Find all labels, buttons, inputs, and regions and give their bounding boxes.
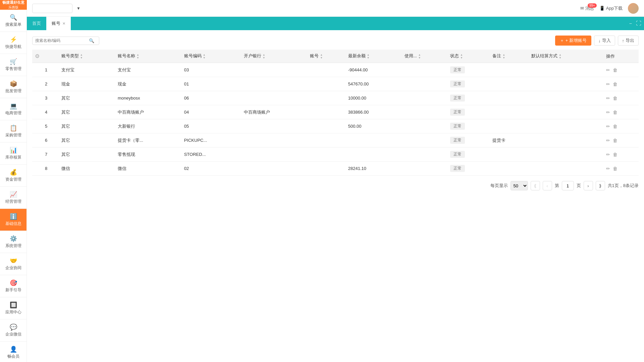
sidebar: 畅捷通好生意 乐惠版 🔍 搜索菜单 ⚡ 快捷导航 🛒 零售管理 📦 批发管理 💻… xyxy=(0,0,27,362)
sidebar-item-basic-info[interactable]: ℹ️ 基础信息 xyxy=(0,209,26,231)
delete-icon[interactable]: 🗑 xyxy=(613,138,618,143)
search-icon[interactable]: 🔍 xyxy=(89,38,94,43)
cell-bank xyxy=(241,162,308,176)
sidebar-item-search-menu[interactable]: 🔍 搜索菜单 xyxy=(0,10,26,32)
per-page-select[interactable]: 50 100 200 xyxy=(511,181,528,190)
tab-account[interactable]: 账号 ✕ xyxy=(46,17,71,30)
table-row: 5 其它 大新银行 05 500.00 正常 ✏ 🗑 xyxy=(32,119,639,133)
edit-icon[interactable]: ✏ xyxy=(606,152,610,157)
last-page-button[interactable]: ⟫ xyxy=(596,181,605,190)
delete-icon[interactable]: 🗑 xyxy=(613,110,618,115)
col-code[interactable]: 账号编码▲▼ xyxy=(181,50,241,63)
sidebar-item-inventory-check[interactable]: 📊 库存核算 xyxy=(0,142,26,165)
cell-account xyxy=(307,63,345,77)
app-download-label: App下载 xyxy=(606,5,623,11)
col-balance[interactable]: 最新余额▲▼ xyxy=(345,50,402,63)
sidebar-item-system-mgmt[interactable]: ⚙️ 系统管理 xyxy=(0,231,26,253)
sidebar-item-label: 电商管理 xyxy=(5,110,21,116)
sidebar-item-enjoy-member[interactable]: 👤 畅会员 xyxy=(0,342,26,362)
col-bank[interactable]: 开户银行▲▼ xyxy=(241,50,308,63)
edit-icon[interactable]: ✏ xyxy=(606,166,610,171)
col-account[interactable]: 账号▲▼ xyxy=(307,50,345,63)
cell-status: 正常 xyxy=(447,147,490,162)
edit-icon[interactable]: ✏ xyxy=(606,110,610,115)
sidebar-item-new-guide[interactable]: 🎯 新手引导 xyxy=(0,275,26,297)
col-default-settle[interactable]: 默认结算方式▲▼ xyxy=(529,50,603,63)
cell-account xyxy=(307,133,345,147)
col-name[interactable]: 账号名称▲▼ xyxy=(115,50,181,63)
delete-icon[interactable]: 🗑 xyxy=(613,124,618,129)
cell-type: 其它 xyxy=(59,119,115,133)
avatar[interactable] xyxy=(628,3,639,14)
status-badge: 正常 xyxy=(450,123,465,130)
tab-close-icon[interactable]: ✕ xyxy=(62,21,65,26)
search-input[interactable] xyxy=(35,38,89,43)
prev-page-button[interactable]: ‹ xyxy=(543,181,552,190)
cell-num: 3 xyxy=(42,91,59,105)
app-download-button[interactable]: 📱 App下载 xyxy=(599,5,623,11)
cell-usage xyxy=(402,63,447,77)
sidebar-item-ecommerce-mgmt[interactable]: 💻 电商管理 xyxy=(0,98,26,120)
sidebar-item-business-mgmt[interactable]: 📈 经营管理 xyxy=(0,187,26,209)
delete-icon[interactable]: 🗑 xyxy=(613,96,618,101)
col-status[interactable]: 状态▲▼ xyxy=(447,50,490,63)
cell-action: ✏ 🗑 xyxy=(603,133,639,147)
cell-default-settle xyxy=(529,147,603,162)
app-center-icon: 🔲 xyxy=(10,301,17,309)
sidebar-item-wholesale-mgmt[interactable]: 📦 批发管理 xyxy=(0,76,26,98)
sidebar-item-enterprise-wechat[interactable]: 💬 企业微信 xyxy=(0,319,26,342)
col-usage[interactable]: 使用...▲▼ xyxy=(402,50,447,63)
edit-icon[interactable]: ✏ xyxy=(606,81,610,87)
tab-minimize-icon[interactable]: － xyxy=(628,20,633,27)
page-input[interactable] xyxy=(562,181,574,190)
cell-default-settle xyxy=(529,119,603,133)
export-button[interactable]: ↑ 导出 xyxy=(618,36,639,46)
cell-num: 7 xyxy=(42,147,59,162)
cell-action: ✏ 🗑 xyxy=(603,162,639,176)
cell-status: 正常 xyxy=(447,63,490,77)
import-label: 导入 xyxy=(602,38,611,44)
cell-code: 06 xyxy=(181,91,241,105)
sidebar-item-purchase-mgmt[interactable]: 📋 采购管理 xyxy=(0,120,26,142)
edit-icon[interactable]: ✏ xyxy=(606,67,610,73)
column-settings-icon[interactable]: ⚙ xyxy=(35,53,40,59)
sidebar-item-enterprise-agreement[interactable]: 🤝 企业协同 xyxy=(0,253,26,275)
col-type[interactable]: 账号类型▲▼ xyxy=(59,50,115,63)
next-page-button[interactable]: › xyxy=(584,181,593,190)
cell-num: 4 xyxy=(42,105,59,119)
pagination: 每页显示 50 100 200 ⟪ ‹ 第 页 › ⟫ 共1页，8条记录 xyxy=(32,176,639,190)
cell-default-settle xyxy=(529,162,603,176)
cell-remark xyxy=(490,162,529,176)
edit-icon[interactable]: ✏ xyxy=(606,124,610,129)
sidebar-item-fund-mgmt[interactable]: 💰 资金管理 xyxy=(0,165,26,187)
sidebar-item-retail-mgmt[interactable]: 🛒 零售管理 xyxy=(0,54,26,76)
header-dropdown[interactable]: ▼ xyxy=(76,6,80,11)
cell-usage xyxy=(402,162,447,176)
message-button[interactable]: ✉ 消息 99+ xyxy=(580,5,594,11)
delete-icon[interactable]: 🗑 xyxy=(613,152,618,157)
cell-default-settle xyxy=(529,133,603,147)
delete-icon[interactable]: 🗑 xyxy=(613,81,618,87)
edit-icon[interactable]: ✏ xyxy=(606,138,610,143)
col-remark[interactable]: 备注▲▼ xyxy=(490,50,529,63)
tab-expand-icon[interactable]: ⛶ xyxy=(636,20,641,26)
cell-action: ✏ 🗑 xyxy=(603,77,639,91)
search-box[interactable]: 🔍 xyxy=(32,37,99,45)
sidebar-item-quick-nav[interactable]: ⚡ 快捷导航 xyxy=(0,32,26,54)
delete-icon[interactable]: 🗑 xyxy=(613,67,618,73)
first-page-button[interactable]: ⟪ xyxy=(531,181,540,190)
edit-icon[interactable]: ✏ xyxy=(606,96,610,101)
cell-balance: 383866.00 xyxy=(345,105,402,119)
sidebar-item-label: 批发管理 xyxy=(5,88,21,94)
guide-icon: 🎯 xyxy=(10,279,17,287)
add-account-button[interactable]: ＋ + 新增账号 xyxy=(555,36,591,46)
cell-status: 正常 xyxy=(447,133,490,147)
cell-settings xyxy=(32,91,42,105)
cell-default-settle xyxy=(529,91,603,105)
delete-icon[interactable]: 🗑 xyxy=(613,166,618,171)
tab-home[interactable]: 首页 xyxy=(27,17,46,30)
header-search-input[interactable] xyxy=(32,4,72,13)
add-button-label: + 新增账号 xyxy=(566,38,587,44)
sidebar-item-app-center[interactable]: 🔲 应用中心 xyxy=(0,297,26,319)
import-button[interactable]: ↓ 导入 xyxy=(594,36,615,46)
